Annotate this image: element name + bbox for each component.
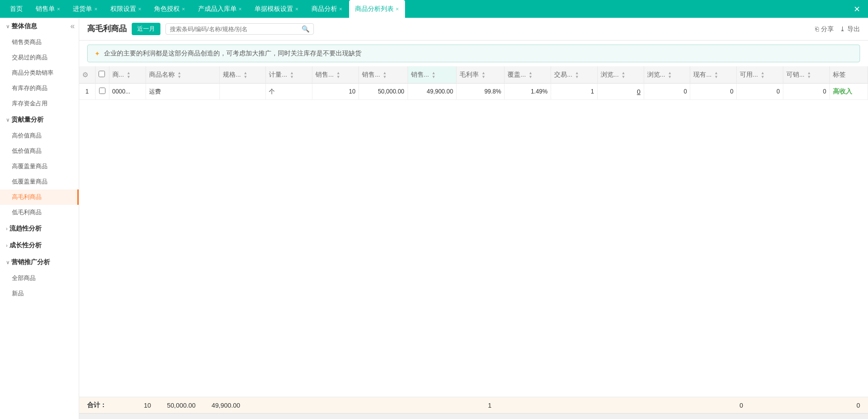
- tab-template-settings[interactable]: 单据模板设置 ×: [249, 0, 304, 18]
- cell-sales-profit: 49,900.00: [408, 84, 457, 100]
- close-all-tabs-button[interactable]: ✕: [850, 4, 864, 14]
- sidebar: « ∨ 整体信息 销售类商品 交易过的商品 商品分类助销率 有库存的商品 库存资…: [0, 18, 79, 419]
- sidebar-collapse-button[interactable]: «: [70, 22, 75, 31]
- sidebar-item-stock-capital[interactable]: 库存资金占用: [0, 96, 79, 111]
- select-all-checkbox[interactable]: [99, 71, 105, 77]
- sort-icon[interactable]: ▲▼: [761, 71, 765, 79]
- sidebar-item-high-margin[interactable]: 高毛利商品: [0, 189, 79, 205]
- data-table: ⚙ 商... ▲▼ 商品名称 ▲▼: [79, 66, 868, 100]
- cell-browse1[interactable]: 0: [597, 84, 644, 100]
- sidebar-section-growth[interactable]: › 成长性分析: [0, 237, 79, 254]
- cell-spec: [219, 84, 266, 100]
- col-browse2[interactable]: 浏览... ▲▼: [644, 66, 690, 84]
- cell-sales-qty: 10: [312, 84, 359, 100]
- sort-icon[interactable]: ▲▼: [244, 71, 248, 79]
- sort-icon[interactable]: ▲▼: [575, 71, 579, 79]
- sort-icon[interactable]: ▲▼: [290, 71, 294, 79]
- sidebar-item-low-margin[interactable]: 低毛利商品: [0, 205, 79, 220]
- filter-recent-month-button[interactable]: 近一月: [132, 23, 160, 35]
- tab-close-icon[interactable]: ×: [94, 6, 97, 12]
- col-coverage[interactable]: 覆盖... ▲▼: [505, 66, 551, 84]
- tab-close-icon[interactable]: ×: [239, 6, 242, 12]
- sidebar-section-contribution[interactable]: ∨ 贡献量分析: [0, 111, 79, 128]
- tab-close-icon[interactable]: ×: [57, 6, 60, 12]
- sidebar-item-category-sales-rate[interactable]: 商品分类助销率: [0, 65, 79, 81]
- tab-product-stock[interactable]: 产成品入库单 ×: [192, 0, 248, 18]
- col-checkbox: [95, 66, 109, 84]
- tab-close-icon[interactable]: ×: [138, 6, 141, 12]
- sort-icon[interactable]: ▲▼: [715, 71, 718, 79]
- sort-icon[interactable]: ▲▼: [127, 71, 131, 79]
- col-sellable[interactable]: 可销... ▲▼: [783, 66, 829, 84]
- share-button[interactable]: ⎗ 分享: [815, 25, 834, 34]
- tab-home[interactable]: 首页: [4, 0, 29, 18]
- cell-sales-amount: 50,000.00: [358, 84, 408, 100]
- tab-product-analysis-list[interactable]: 商品分析列表 ×: [349, 0, 405, 18]
- sort-icon[interactable]: ▲▼: [668, 71, 672, 79]
- sidebar-section-marketing[interactable]: ∨ 营销推广分析: [0, 254, 79, 271]
- col-browse1[interactable]: 浏览... ▲▼: [597, 66, 644, 84]
- cell-tag: 高收入: [829, 84, 868, 100]
- sidebar-item-all-goods[interactable]: 全部商品: [0, 271, 79, 286]
- sort-icon[interactable]: ▲▼: [621, 71, 625, 79]
- col-name[interactable]: 商品名称 ▲▼: [146, 66, 219, 84]
- sidebar-item-in-stock-goods[interactable]: 有库存的商品: [0, 81, 79, 96]
- sort-icon[interactable]: ▲▼: [807, 71, 811, 79]
- sort-icon[interactable]: ▲▼: [383, 71, 387, 79]
- row-checkbox[interactable]: [99, 88, 105, 94]
- table-container: ⚙ 商... ▲▼ 商品名称 ▲▼: [79, 66, 868, 397]
- browse1-link[interactable]: 0: [637, 88, 640, 95]
- sort-icon[interactable]: ▲▼: [482, 71, 486, 79]
- tab-close-icon[interactable]: ×: [182, 6, 185, 12]
- col-spec[interactable]: 规格... ▲▼: [219, 66, 266, 84]
- gear-icon[interactable]: ⚙: [82, 71, 89, 79]
- info-icon: ✦: [95, 50, 100, 57]
- cell-browse2: 0: [644, 84, 690, 100]
- col-gear[interactable]: ⚙: [79, 66, 95, 84]
- sidebar-item-low-coverage[interactable]: 低覆盖量商品: [0, 174, 79, 189]
- tab-close-icon[interactable]: ×: [339, 6, 342, 12]
- col-unit[interactable]: 计量... ▲▼: [266, 66, 312, 84]
- sidebar-item-high-value[interactable]: 高价值商品: [0, 128, 79, 143]
- col-trade[interactable]: 交易... ▲▼: [551, 66, 597, 84]
- info-banner: ✦ 企业的主要的利润都是这部分商品创造的，可考虑加大推广，同时关注库存是不要出现…: [87, 45, 860, 62]
- export-button[interactable]: ⤓ 导出: [840, 25, 860, 34]
- horizontal-scrollbar[interactable]: [79, 413, 868, 419]
- sidebar-section-trend[interactable]: › 流趋性分析: [0, 220, 79, 237]
- sidebar-item-low-value[interactable]: 低价值商品: [0, 143, 79, 159]
- tab-product-analysis[interactable]: 商品分析 ×: [306, 0, 348, 18]
- tab-purchase-order[interactable]: 进货单 ×: [67, 0, 103, 18]
- section-arrow-icon: ›: [6, 226, 7, 232]
- page-title: 高毛利商品: [87, 24, 127, 34]
- section-arrow-icon: ›: [6, 243, 7, 248]
- col-available[interactable]: 可用... ▲▼: [737, 66, 783, 84]
- col-code[interactable]: 商... ▲▼: [109, 66, 146, 84]
- sort-icon[interactable]: ▲▼: [528, 71, 532, 79]
- row-checkbox-cell: [95, 84, 109, 100]
- col-gross-rate[interactable]: 毛利率 ▲▼: [457, 66, 505, 84]
- tab-permission-settings[interactable]: 权限设置 ×: [104, 0, 147, 18]
- tab-close-icon[interactable]: ×: [396, 6, 399, 12]
- footer-label: 合计：: [87, 401, 106, 410]
- sort-icon[interactable]: ▲▼: [336, 71, 340, 79]
- table-footer: 合计： 10 50,000.00 49,900.00 1 0 0: [79, 397, 868, 413]
- sidebar-item-new-goods[interactable]: 新品: [0, 286, 79, 301]
- sidebar-item-traded-goods[interactable]: 交易过的商品: [0, 50, 79, 65]
- main-container: « ∨ 整体信息 销售类商品 交易过的商品 商品分类助销率 有库存的商品 库存资…: [0, 18, 868, 419]
- sidebar-section-overview[interactable]: ∨ 整体信息: [0, 18, 79, 35]
- search-input[interactable]: [170, 26, 299, 33]
- col-sales-profit[interactable]: 销售... ▲▼: [408, 66, 457, 84]
- sort-icon[interactable]: ▲▼: [177, 71, 181, 79]
- tab-sales-order[interactable]: 销售单 ×: [30, 0, 66, 18]
- sidebar-item-high-coverage[interactable]: 高覆盖量商品: [0, 159, 79, 174]
- sidebar-item-sales-goods[interactable]: 销售类商品: [0, 35, 79, 50]
- tab-role-auth[interactable]: 角色授权 ×: [148, 0, 191, 18]
- col-sales-qty[interactable]: 销售... ▲▼: [312, 66, 359, 84]
- col-sales-amount[interactable]: 销售... ▲▼: [358, 66, 408, 84]
- table-row: 1 0000... 运费 个 10 50,000.00 49,900.00 99…: [79, 84, 868, 100]
- search-icon[interactable]: 🔍: [302, 25, 309, 33]
- tab-close-icon[interactable]: ×: [295, 6, 298, 12]
- sort-icon[interactable]: ▲▼: [432, 71, 436, 79]
- section-arrow-icon: ∨: [6, 117, 9, 123]
- col-current-stock[interactable]: 现有... ▲▼: [690, 66, 737, 84]
